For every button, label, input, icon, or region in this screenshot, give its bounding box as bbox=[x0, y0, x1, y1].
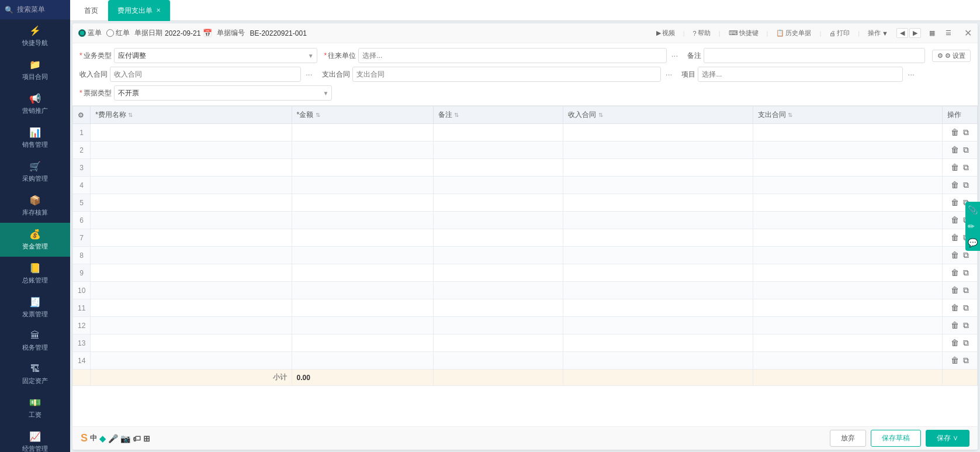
expense-contract-cell[interactable] bbox=[753, 299, 942, 317]
income-contract-cell[interactable] bbox=[563, 264, 753, 282]
amount-cell[interactable] bbox=[292, 212, 433, 229]
right-edit-icon[interactable]: ✏ bbox=[965, 218, 980, 234]
partner-input[interactable] bbox=[358, 48, 666, 63]
shortcut-btn[interactable]: ⌨ 快捷键 bbox=[726, 27, 761, 39]
expense-contract-input[interactable] bbox=[352, 67, 661, 82]
note-cell[interactable] bbox=[433, 317, 563, 334]
radio-blue-label[interactable]: 蓝单 bbox=[78, 28, 102, 38]
copy-row-btn[interactable]: ⧉ bbox=[962, 179, 970, 191]
delete-row-btn[interactable]: 🗑 bbox=[950, 354, 960, 366]
note-cell[interactable] bbox=[433, 264, 563, 282]
note-cell[interactable] bbox=[433, 282, 563, 299]
amount-cell[interactable] bbox=[292, 317, 433, 334]
video-btn[interactable]: ▶ 视频 bbox=[654, 27, 677, 39]
amount-cell[interactable] bbox=[292, 142, 433, 159]
help-btn[interactable]: ? 帮助 bbox=[691, 27, 713, 39]
note-cell[interactable] bbox=[433, 352, 563, 370]
amount-cell[interactable] bbox=[292, 247, 433, 264]
copy-row-btn[interactable]: ⧉ bbox=[962, 249, 970, 261]
invoice-type-select[interactable]: 不开票 bbox=[114, 85, 333, 101]
note-cell[interactable] bbox=[433, 299, 563, 317]
amount-cell[interactable] bbox=[292, 264, 433, 282]
sidebar-item-inventory[interactable]: 📦 库存核算 bbox=[0, 189, 70, 223]
header-amount[interactable]: *金额 ⇅ bbox=[292, 106, 433, 124]
expense-name-cell[interactable] bbox=[91, 247, 292, 264]
expense-contract-cell[interactable] bbox=[753, 352, 942, 370]
calendar-icon[interactable]: 📅 bbox=[203, 29, 212, 37]
delete-row-btn[interactable]: 🗑 bbox=[950, 196, 960, 208]
expense-contract-cell[interactable] bbox=[753, 177, 942, 194]
delete-row-btn[interactable]: 🗑 bbox=[950, 249, 960, 261]
project-more-icon[interactable]: ··· bbox=[905, 70, 917, 79]
copy-row-btn[interactable]: ⧉ bbox=[962, 267, 970, 279]
amount-cell[interactable] bbox=[292, 352, 433, 370]
delete-row-btn[interactable]: 🗑 bbox=[950, 302, 960, 313]
sidebar-item-capital[interactable]: 💰 资金管理 bbox=[0, 223, 70, 257]
amount-cell[interactable] bbox=[292, 299, 433, 317]
expense-name-cell[interactable] bbox=[91, 264, 292, 282]
radio-red-input[interactable] bbox=[106, 29, 114, 37]
amount-cell[interactable] bbox=[292, 159, 433, 177]
grid-view-btn[interactable]: ▦ bbox=[927, 28, 937, 38]
copy-row-btn[interactable]: ⧉ bbox=[962, 302, 970, 314]
expense-contract-cell[interactable] bbox=[753, 282, 942, 299]
expense-name-cell[interactable] bbox=[91, 142, 292, 159]
sidebar-item-ops[interactable]: 📈 经营管理 bbox=[0, 425, 70, 452]
income-contract-cell[interactable] bbox=[563, 282, 753, 299]
copy-row-btn[interactable]: ⧉ bbox=[962, 337, 970, 349]
sidebar-item-purchase[interactable]: 🛒 采购管理 bbox=[0, 155, 70, 189]
sidebar-search[interactable]: 🔍 搜索菜单 bbox=[0, 0, 70, 19]
copy-row-btn[interactable]: ⧉ bbox=[962, 354, 970, 367]
expense-contract-cell[interactable] bbox=[753, 229, 942, 247]
header-income-contract[interactable]: 收入合同 ⇅ bbox=[563, 106, 753, 124]
save-draft-button[interactable]: 保存草稿 bbox=[871, 430, 921, 447]
sidebar-item-fixed-assets[interactable]: 🏗 固定资产 bbox=[0, 358, 70, 391]
right-attach-icon[interactable]: 📎 bbox=[965, 202, 980, 218]
expense-contract-cell[interactable] bbox=[753, 124, 942, 142]
right-chat-icon[interactable]: 💬 bbox=[965, 234, 980, 251]
sidebar-item-invoice[interactable]: 🧾 发票管理 bbox=[0, 291, 70, 325]
delete-row-btn[interactable]: 🗑 bbox=[950, 161, 960, 173]
sidebar-item-tax[interactable]: 🏛 税务管理 bbox=[0, 325, 70, 358]
discard-button[interactable]: 放弃 bbox=[830, 430, 866, 447]
header-gear[interactable]: ⚙ bbox=[73, 106, 91, 124]
income-contract-cell[interactable] bbox=[563, 212, 753, 229]
note-cell[interactable] bbox=[433, 142, 563, 159]
expense-contract-more-icon[interactable]: ··· bbox=[663, 70, 675, 79]
history-btn[interactable]: 📋 历史单据 bbox=[774, 27, 813, 39]
note-cell[interactable] bbox=[433, 177, 563, 194]
nav-prev-btn[interactable]: ◀ bbox=[896, 28, 908, 38]
operation-btn[interactable]: 操作 ▼ bbox=[865, 27, 891, 39]
income-contract-cell[interactable] bbox=[563, 142, 753, 159]
delete-row-btn[interactable]: 🗑 bbox=[950, 232, 960, 243]
tab-close-icon[interactable]: ✕ bbox=[156, 0, 161, 21]
expense-name-cell[interactable] bbox=[91, 194, 292, 212]
income-contract-cell[interactable] bbox=[563, 124, 753, 142]
brand-photo-icon[interactable]: 📷 bbox=[120, 434, 130, 443]
expense-contract-cell[interactable] bbox=[753, 264, 942, 282]
sidebar-item-quick-nav[interactable]: ⚡ 快捷导航 bbox=[0, 19, 70, 53]
income-contract-cell[interactable] bbox=[563, 194, 753, 212]
amount-cell[interactable] bbox=[292, 177, 433, 194]
expense-name-cell[interactable] bbox=[91, 177, 292, 194]
header-expense-name[interactable]: *费用名称 ⇅ bbox=[91, 106, 292, 124]
note-cell[interactable] bbox=[433, 159, 563, 177]
project-input[interactable] bbox=[698, 67, 903, 82]
sidebar-item-salary[interactable]: 💵 工资 bbox=[0, 391, 70, 425]
delete-row-btn[interactable]: 🗑 bbox=[950, 214, 960, 226]
delete-row-btn[interactable]: 🗑 bbox=[950, 267, 960, 278]
radio-blue-input[interactable] bbox=[78, 29, 86, 37]
note-cell[interactable] bbox=[433, 212, 563, 229]
brand-zhong-icon[interactable]: 中 bbox=[90, 433, 97, 443]
delete-row-btn[interactable]: 🗑 bbox=[950, 179, 960, 191]
tab-expense[interactable]: 费用支出单 ✕ bbox=[108, 0, 171, 21]
note-cell[interactable] bbox=[433, 194, 563, 212]
expense-contract-cell[interactable] bbox=[753, 159, 942, 177]
amount-cell[interactable] bbox=[292, 282, 433, 299]
income-contract-cell[interactable] bbox=[563, 247, 753, 264]
income-contract-more-icon[interactable]: ··· bbox=[303, 70, 315, 79]
note-cell[interactable] bbox=[433, 247, 563, 264]
biz-type-select[interactable]: 应付调整 bbox=[114, 48, 317, 63]
copy-row-btn[interactable]: ⧉ bbox=[962, 144, 970, 156]
copy-row-btn[interactable]: ⧉ bbox=[962, 126, 970, 139]
